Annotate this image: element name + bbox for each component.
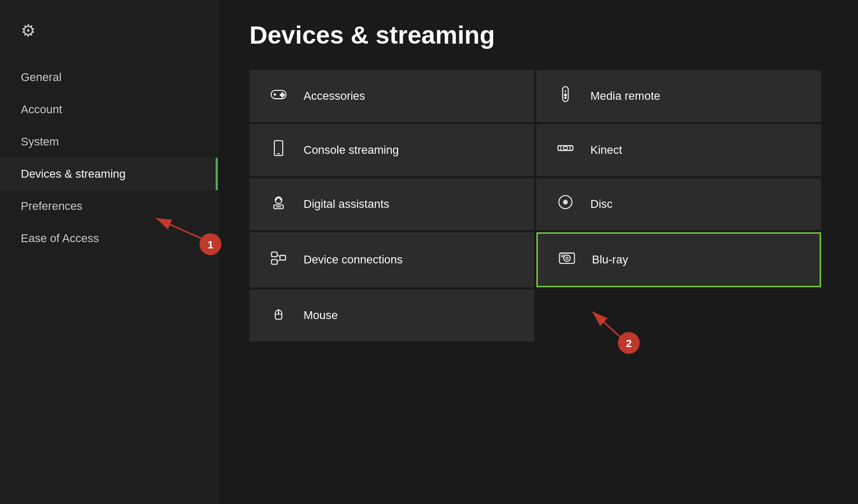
svg-point-9 <box>564 94 566 96</box>
phone-icon <box>268 139 289 162</box>
digital-assistants-label: Digital assistants <box>303 197 389 211</box>
sidebar-item-label: General <box>21 71 61 84</box>
disc-icon <box>555 193 576 216</box>
remote-icon <box>555 85 576 108</box>
blu-ray-label: Blu-ray <box>592 253 628 267</box>
kinect-icon <box>555 139 576 162</box>
main-content: Devices & streaming Accessories <box>218 0 858 504</box>
sidebar-item-label: System <box>21 135 59 149</box>
sidebar-item-label: Preferences <box>21 200 83 213</box>
sidebar-item-ease-of-access[interactable]: Ease of Access <box>0 222 218 255</box>
svg-rect-31 <box>561 255 564 257</box>
mouse-icon <box>268 304 289 327</box>
grid-item-media-remote[interactable]: Media remote <box>536 70 821 122</box>
svg-point-3 <box>282 93 283 95</box>
svg-point-5 <box>280 94 282 96</box>
svg-rect-24 <box>272 260 278 264</box>
sidebar-item-general[interactable]: General <box>0 61 218 94</box>
grid-item-accessories[interactable]: Accessories <box>249 70 534 122</box>
sidebar: ⚙ General Account System Devices & strea… <box>0 0 218 504</box>
svg-point-10 <box>565 97 566 99</box>
mouse-label: Mouse <box>303 309 338 322</box>
console-streaming-label: Console streaming <box>303 143 399 157</box>
grid-item-device-connections[interactable]: Device connections <box>249 232 534 287</box>
grid-item-blu-ray[interactable]: Blu-ray <box>536 232 821 287</box>
svg-point-6 <box>282 96 283 97</box>
accessories-label: Accessories <box>303 89 365 103</box>
media-remote-label: Media remote <box>590 89 661 103</box>
svg-rect-23 <box>272 252 278 257</box>
grid-item-disc[interactable]: Disc <box>536 178 821 230</box>
disc-label: Disc <box>590 197 613 211</box>
svg-rect-16 <box>563 147 567 149</box>
svg-point-22 <box>565 202 566 203</box>
sidebar-item-preferences[interactable]: Preferences <box>0 190 218 222</box>
grid-item-kinect[interactable]: Kinect <box>536 124 821 176</box>
settings-grid: Accessories Media remote Console str <box>249 70 821 341</box>
device-connections-label: Device connections <box>303 253 403 267</box>
settings-gear-icon: ⚙ <box>0 16 218 61</box>
page-title: Devices & streaming <box>249 21 827 49</box>
kinect-label: Kinect <box>590 143 622 157</box>
sidebar-item-label: Ease of Access <box>21 232 99 245</box>
blu-ray-icon <box>557 248 577 271</box>
svg-point-30 <box>566 257 569 260</box>
sidebar-item-system[interactable]: System <box>0 126 218 158</box>
grid-item-console-streaming[interactable]: Console streaming <box>249 124 534 176</box>
sidebar-item-account[interactable]: Account <box>0 94 218 126</box>
sidebar-item-devices-streaming[interactable]: Devices & streaming <box>0 158 218 190</box>
gamepad-icon <box>268 85 289 108</box>
sidebar-item-label: Account <box>21 103 62 116</box>
svg-rect-25 <box>280 256 286 260</box>
grid-item-mouse[interactable]: Mouse <box>249 289 534 341</box>
svg-point-29 <box>564 255 571 262</box>
grid-item-digital-assistants[interactable]: Digital assistants <box>249 178 534 230</box>
assistant-icon <box>268 193 289 216</box>
svg-point-4 <box>283 94 285 96</box>
device-connections-icon <box>268 248 289 271</box>
sidebar-nav: General Account System Devices & streami… <box>0 61 218 255</box>
sidebar-item-label: Devices & streaming <box>21 167 126 181</box>
